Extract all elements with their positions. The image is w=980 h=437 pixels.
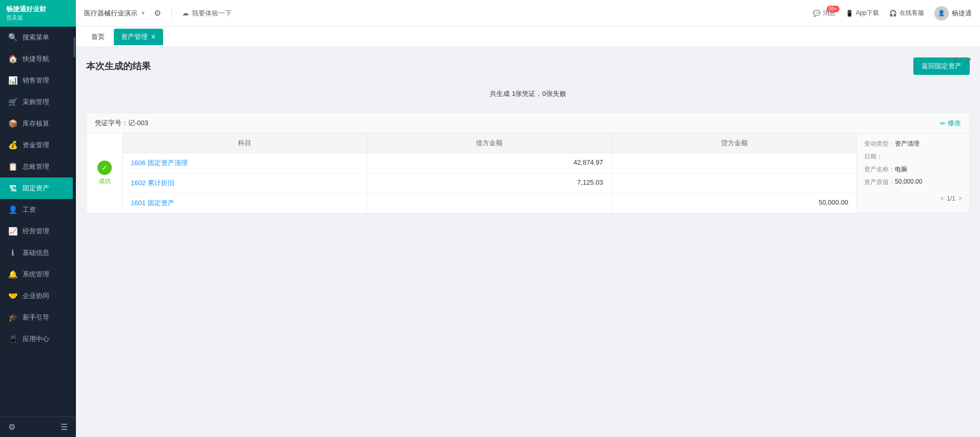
sidebar-item-basic-info[interactable]: ℹ 基础信息: [0, 242, 73, 264]
side-info-panel: 变动类型： 资产清理 日期： 资产名称： 电脑 资产原值： 50,000.00: [856, 133, 969, 213]
experience-btn[interactable]: ☁ 我要体验一下: [182, 9, 232, 18]
experience-label: 我要体验一下: [192, 9, 232, 18]
table-row: 1606 固定资产清理 42,874.97: [123, 153, 856, 173]
topbar-settings-icon[interactable]: ⚙: [154, 8, 161, 18]
online-support-btn[interactable]: 🎧 在线客服: [889, 9, 924, 17]
info-change-type: 变动类型： 资产清理: [864, 140, 962, 148]
settings-icon[interactable]: ⚙: [8, 422, 15, 432]
search-icon: 🔍: [8, 33, 17, 42]
message-icon: 💬: [813, 10, 821, 17]
topbar: 医疗器械行业演示 ▼ ⚙ ☁ 我要体验一下 💬 消息 99 📱 App下载 🎧 …: [76, 0, 980, 27]
app-edition: 普及版: [6, 14, 46, 22]
tabs-bar: 首页 资产管理 ✕: [76, 27, 980, 47]
menu-toggle-icon[interactable]: ☰: [61, 422, 68, 432]
sidebar-item-enterprise[interactable]: 🤝 企业协同: [0, 285, 73, 307]
notifications-btn[interactable]: 💬 消息 99: [813, 9, 835, 17]
info-asset-name: 资产名称： 电脑: [864, 165, 962, 174]
col-subject: 科目: [123, 133, 367, 153]
dropdown-arrow-icon: ▼: [141, 10, 146, 16]
status-column: ✓ 成功: [87, 133, 123, 213]
sidebar-scrollbar-thumb: [73, 37, 75, 57]
sidebar-nav: 🔍 搜索菜单 🏠 快捷导航 📊 销售管理 🛒 采购管理 📦 库存核算 💰: [0, 27, 73, 416]
cell-credit-1: [612, 173, 856, 193]
avatar: 👤: [934, 6, 949, 21]
app-download-label: App下载: [856, 9, 879, 17]
app-logo: 畅捷通好业财 普及版: [6, 5, 46, 22]
voucher-table: 科目 借方金额 贷方金额 1606 固定资产清理 42,874.97 1602 …: [123, 133, 856, 213]
cell-credit-2: 50,000.00: [612, 193, 856, 213]
user-name: 畅捷通: [952, 9, 972, 18]
pagination: < 1/1 >: [864, 191, 962, 202]
info-icon: ℹ: [8, 248, 17, 257]
sidebar-item-app-center[interactable]: 📱 应用中心: [0, 328, 73, 350]
tab-home[interactable]: 首页: [84, 29, 112, 45]
sidebar-footer: ⚙ ☰: [0, 416, 76, 437]
edit-button[interactable]: ✏ 修改: [940, 118, 961, 128]
box-icon: 📦: [8, 119, 17, 128]
company-selector[interactable]: 医疗器械行业演示 ▼: [84, 9, 146, 18]
download-icon: 📱: [846, 10, 853, 17]
topbar-right: 💬 消息 99 📱 App下载 🎧 在线客服 👤 畅捷通: [813, 6, 972, 21]
page-title: 本次生成的结果: [86, 60, 151, 72]
graduation-icon: 🎓: [8, 313, 17, 322]
page-header: 本次生成的结果 返回固定资产: [86, 57, 970, 75]
col-debit: 借方金额: [367, 133, 612, 153]
content-area: ✕ ⤢ 本次生成的结果 返回固定资产 共生成 1张凭证，0张失败 凭证字号：记-…: [76, 47, 980, 437]
sidebar-item-search[interactable]: 🔍 搜索菜单: [0, 27, 73, 48]
voucher-body: ✓ 成功 科目 借方金额 贷方金额 1606 固定资产清理 42,874.97: [87, 133, 969, 213]
summary-bar: 共生成 1张凭证，0张失败: [86, 83, 970, 105]
sidebar-item-operations[interactable]: 📈 经营管理: [0, 221, 73, 242]
person-icon: 👤: [8, 205, 17, 214]
prev-page-btn[interactable]: <: [940, 195, 944, 202]
asset-value-label: 资产原值：: [864, 178, 895, 187]
notifications-badge: 99: [827, 6, 839, 12]
sidebar-item-system[interactable]: 🔔 系统管理: [0, 264, 73, 285]
tab-asset-mgmt-label: 资产管理: [121, 32, 148, 42]
sidebar-item-fixed-assets[interactable]: 🏗 固定资产: [0, 177, 73, 199]
panel-controls: ✕ ⤢: [952, 55, 972, 65]
panel-expand-btn[interactable]: ⤢: [965, 55, 972, 65]
building-icon: 🏗: [8, 184, 17, 193]
cell-subject-1: 1602 累计折旧: [123, 173, 367, 193]
col-credit: 贷方金额: [612, 133, 856, 153]
summary-text: 共生成 1张凭证，0张失败: [490, 90, 566, 97]
info-asset-value: 资产原值： 50,000.00: [864, 178, 962, 187]
sidebar-item-quick-nav[interactable]: 🏠 快捷导航: [0, 48, 73, 70]
tab-close-icon[interactable]: ✕: [151, 33, 156, 41]
voucher-card: 凭证字号：记-003 ✏ 修改 ✓ 成功 科目: [86, 113, 970, 213]
sidebar-item-payroll[interactable]: 👤 工资: [0, 199, 73, 221]
asset-name-label: 资产名称：: [864, 165, 895, 174]
info-date: 日期：: [864, 152, 962, 161]
tab-asset-mgmt[interactable]: 资产管理 ✕: [114, 29, 163, 45]
sidebar-item-finance[interactable]: 💰 资金管理: [0, 134, 73, 156]
sidebar-item-guide[interactable]: 🎓 新手引导: [0, 307, 73, 328]
cell-subject-2: 1601 固定资产: [123, 193, 367, 213]
company-name: 医疗器械行业演示: [84, 9, 137, 18]
change-type-value: 资产清理: [895, 140, 919, 148]
trend-icon: 📈: [8, 227, 17, 236]
cell-credit-0: [612, 153, 856, 173]
online-support-label: 在线客服: [899, 9, 924, 17]
user-menu[interactable]: 👤 畅捷通: [934, 6, 972, 21]
sidebar: 畅捷通好业财 普及版 🔍 搜索菜单 🏠 快捷导航 📊 销售管理 🛒 采购管理: [0, 0, 76, 437]
ledger-icon: 📋: [8, 162, 17, 171]
page-info: 1/1: [947, 195, 955, 202]
sidebar-item-sales[interactable]: 📊 销售管理: [0, 70, 73, 91]
app-download-btn[interactable]: 📱 App下载: [846, 9, 879, 17]
panel-close-btn[interactable]: ✕: [952, 55, 959, 65]
bell-icon: 🔔: [8, 270, 17, 279]
success-icon: ✓: [97, 161, 112, 175]
table-header: 科目 借方金额 贷方金额: [123, 133, 856, 153]
status-text: 成功: [98, 177, 111, 186]
cell-debit-2: [367, 193, 612, 213]
support-icon: 🎧: [889, 10, 897, 17]
sidebar-item-inventory[interactable]: 📦 库存核算: [0, 113, 73, 134]
voucher-header: 凭证字号：记-003 ✏ 修改: [87, 113, 969, 133]
sidebar-item-ledger[interactable]: 📋 总账管理: [0, 156, 73, 177]
money-icon: 💰: [8, 141, 17, 150]
app-name: 畅捷通好业财: [6, 5, 46, 14]
edit-icon: ✏: [940, 120, 946, 127]
next-page-btn[interactable]: >: [958, 195, 962, 202]
sidebar-item-purchase[interactable]: 🛒 采购管理: [0, 91, 73, 113]
edit-label: 修改: [948, 118, 961, 128]
